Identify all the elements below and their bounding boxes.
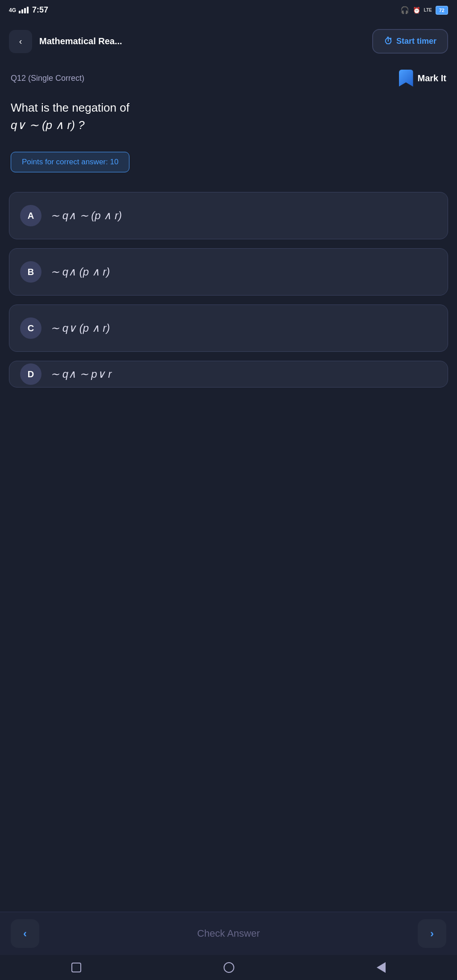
header: ‹ Mathematical Rea... ⏱ Start timer [0, 22, 457, 61]
timer-label: Start timer [396, 37, 436, 46]
question-text: What is the negation of q∨ ∼ (p ∧ r) ? [11, 99, 446, 134]
option-d[interactable]: D ∼ q∧ ∼ p∨ r [9, 361, 448, 388]
page-title: Mathematical Rea... [39, 36, 122, 46]
lte-label: LTE [424, 8, 432, 13]
status-left: 4G 7:57 [9, 5, 48, 15]
option-d-letter: D [20, 363, 42, 385]
question-text-line1: What is the negation of [11, 101, 129, 114]
android-nav-bar [0, 955, 457, 980]
android-back-button[interactable] [377, 962, 386, 973]
start-timer-button[interactable]: ⏱ Start timer [372, 29, 448, 54]
signal-bar-1 [19, 11, 21, 13]
android-square-button[interactable] [71, 963, 81, 972]
signal-bar-2 [21, 9, 23, 13]
option-d-text: ∼ q∧ ∼ p∨ r [50, 368, 112, 380]
options-container: A ∼ q∧ ∼ (p ∧ r) B ∼ q∧ (p ∧ r) C ∼ q∨ (… [0, 181, 457, 398]
bookmark-icon [399, 70, 413, 87]
mark-it-label: Mark It [418, 73, 446, 83]
headphone-icon: 🎧 [400, 6, 409, 14]
question-label: Q12 (Single Correct) [11, 74, 84, 83]
prev-button[interactable]: ‹ [11, 919, 39, 948]
next-icon: › [430, 927, 434, 940]
signal-bar-4 [27, 7, 29, 13]
question-text-line2: q∨ ∼ (p ∧ r) ? [11, 118, 84, 132]
signal-label: 4G [9, 7, 16, 13]
option-a-letter: A [20, 205, 42, 226]
option-b[interactable]: B ∼ q∧ (p ∧ r) [9, 248, 448, 296]
option-b-text: ∼ q∧ (p ∧ r) [50, 266, 110, 278]
header-left: ‹ Mathematical Rea... [9, 30, 122, 53]
status-bar: 4G 7:57 🎧 ⏰ LTE 72 [0, 0, 457, 18]
status-right: 🎧 ⏰ LTE 72 [400, 6, 448, 15]
signal-bar-3 [24, 8, 26, 13]
bottom-nav: ‹ Check Answer › [0, 912, 457, 955]
timer-icon: ⏱ [384, 36, 393, 46]
points-badge: Points for correct answer: 10 [11, 152, 129, 172]
option-b-letter: B [20, 261, 42, 283]
question-meta: Q12 (Single Correct) Mark It [0, 61, 457, 92]
back-button[interactable]: ‹ [9, 30, 32, 53]
next-button[interactable]: › [418, 919, 446, 948]
battery-indicator: 72 [436, 6, 448, 15]
option-c-text: ∼ q∨ (p ∧ r) [50, 322, 110, 334]
question-content: What is the negation of q∨ ∼ (p ∧ r) ? [0, 92, 457, 143]
android-home-button[interactable] [224, 962, 234, 973]
option-c[interactable]: C ∼ q∨ (p ∧ r) [9, 304, 448, 352]
signal-bars [19, 7, 29, 13]
option-a[interactable]: A ∼ q∧ ∼ (p ∧ r) [9, 192, 448, 239]
alarm-icon: ⏰ [413, 7, 420, 14]
option-a-text: ∼ q∧ ∼ (p ∧ r) [50, 209, 122, 222]
prev-icon: ‹ [23, 927, 27, 940]
mark-it-button[interactable]: Mark It [399, 70, 446, 87]
check-answer-label: Check Answer [197, 928, 260, 939]
option-c-letter: C [20, 317, 42, 339]
status-time: 7:57 [32, 5, 48, 15]
back-icon: ‹ [19, 36, 22, 46]
